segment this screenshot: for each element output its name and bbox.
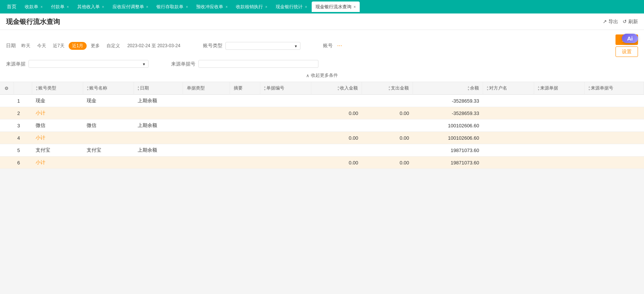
collapse-bar[interactable]: ∧ 收起更多条件 [6, 71, 638, 79]
export-button[interactable]: ↗ 导出 [603, 18, 618, 25]
cell-source-doc [534, 95, 585, 107]
col-account-type[interactable]: ▴▾账号类型 [32, 82, 83, 95]
sort-icon: ▴▾ [468, 85, 469, 91]
table-row: 2小计0.000.00-3528659.33 [0, 107, 644, 119]
cell-doc-type [183, 144, 230, 157]
nav-tab-预收冲应收单[interactable]: 预收冲应收单 × [192, 1, 231, 12]
nav-home[interactable]: 首页 [3, 3, 20, 10]
cell-expense [362, 144, 413, 157]
cell-index: 4 [14, 132, 32, 144]
collapse-label: 收起更多条件 [311, 72, 338, 79]
close-icon[interactable]: × [146, 5, 149, 9]
col-income[interactable]: ▴▾收入金额 [311, 82, 362, 95]
col-counterpart[interactable]: ▴▾对方户名 [483, 82, 534, 95]
refresh-button[interactable]: ↺ 刷新 [623, 18, 638, 25]
nav-tab-银行存取款单[interactable]: 银行存取款单 × [153, 1, 192, 12]
col-source-doc-no[interactable]: ▴▾来源单据号 [585, 82, 644, 95]
cell-account-type: 支付宝 [32, 144, 83, 157]
cell-source-doc-no [585, 157, 644, 169]
close-icon[interactable]: × [265, 5, 267, 9]
col-settings[interactable]: ⚙ [0, 82, 14, 95]
page-title: 现金银行流水查询 [6, 17, 60, 26]
top-navigation: 首页 收款单 × 付款单 × 其他收入单 × 应收应付调整单 × 银行存取款单 … [0, 0, 644, 13]
nav-tab-收款核销执行[interactable]: 收款核销执行 × [232, 1, 271, 12]
col-date[interactable]: ▴▾日期 [134, 82, 183, 95]
cell-expense: 0.00 [362, 157, 413, 169]
cell-summary [230, 144, 260, 157]
nav-tab-应收应付调整单[interactable]: 应收应付调整单 × [109, 1, 152, 12]
close-icon[interactable]: × [305, 5, 307, 9]
cell-account-name: 现金 [83, 95, 134, 107]
cell-source-doc-no [585, 144, 644, 157]
cell-account-type: 现金 [32, 95, 83, 107]
close-icon[interactable]: × [225, 5, 228, 9]
cell-doc-no [260, 119, 311, 132]
ai-badge[interactable]: Ai [622, 34, 638, 43]
nav-tab-现金银行统计[interactable]: 现金银行统计 × [272, 1, 311, 12]
cell-summary [230, 157, 260, 169]
date-btn-more[interactable]: 更多 [88, 42, 102, 50]
account-type-label: 账号类型 [203, 42, 222, 49]
cell-expense: 0.00 [362, 132, 413, 144]
cell-expense [362, 95, 413, 107]
cell-source-doc [534, 119, 585, 132]
cell-index: 3 [14, 119, 32, 132]
date-btn-today[interactable]: 今天 [35, 42, 49, 50]
col-balance[interactable]: ▴▾余额 [413, 82, 483, 95]
nav-tab-其他收入单[interactable]: 其他收入单 × [74, 1, 108, 12]
source-doc-no-input[interactable] [198, 60, 318, 68]
nav-tab-收款单[interactable]: 收款单 × [21, 1, 47, 12]
close-icon[interactable]: × [354, 5, 356, 9]
table-row: 1现金现金上期余额-3528659.33 [0, 95, 644, 107]
cell-doc-no [260, 144, 311, 157]
cell-balance: -3528659.33 [413, 95, 483, 107]
cell-account-type: 小计 [32, 157, 83, 169]
cell-summary [230, 119, 260, 132]
chevron-down-icon [143, 61, 145, 67]
col-doc-no[interactable]: ▴▾单据编号 [260, 82, 311, 95]
close-icon[interactable]: × [186, 5, 188, 9]
date-btn-7days[interactable]: 近7天 [50, 42, 67, 50]
account-type-filter-group: 账号类型 [203, 42, 300, 50]
header-actions: ↗ 导出 ↺ 刷新 [603, 18, 638, 25]
cell-checkbox [0, 107, 14, 119]
account-filter-group: 账号 ··· [323, 42, 344, 49]
sort-icon: ▴▾ [36, 85, 38, 91]
cell-account-name [83, 107, 134, 119]
close-icon[interactable]: × [41, 5, 43, 9]
settings-button[interactable]: 设置 [615, 46, 638, 57]
cell-checkbox [0, 144, 14, 157]
source-doc-filter-group: 来源单据 [6, 60, 149, 68]
col-expense[interactable]: ▴▾支出金额 [362, 82, 413, 95]
source-doc-select[interactable] [29, 60, 149, 68]
cell-balance: -3528659.33 [413, 107, 483, 119]
export-icon: ↗ [603, 19, 607, 24]
source-doc-label: 来源单据 [6, 61, 26, 67]
cell-expense [362, 119, 413, 132]
close-icon[interactable]: × [67, 5, 69, 9]
cell-date [134, 132, 183, 144]
cell-income [311, 119, 362, 132]
close-icon[interactable]: × [102, 5, 104, 9]
cell-date [134, 157, 183, 169]
col-doc-type: 单据类型 [183, 82, 230, 95]
date-btn-custom[interactable]: 自定义 [104, 42, 123, 50]
cell-counterpart [483, 119, 534, 132]
sort-icon: ▴▾ [87, 85, 89, 91]
date-btn-yesterday[interactable]: 昨天 [19, 42, 33, 50]
cell-balance: 100102606.60 [413, 132, 483, 144]
sort-icon: ▴▾ [138, 85, 139, 91]
cell-account-type: 微信 [32, 119, 83, 132]
nav-tab-付款单[interactable]: 付款单 × [47, 1, 73, 12]
col-source-doc[interactable]: ▴▾来源单据 [534, 82, 585, 95]
date-btn-1month[interactable]: 近1月 [69, 42, 87, 50]
sort-icon: ▴▾ [588, 85, 590, 91]
cell-index: 1 [14, 95, 32, 107]
col-account-name[interactable]: ▴▾账号名称 [83, 82, 134, 95]
account-type-select[interactable] [225, 42, 300, 50]
cell-summary [230, 107, 260, 119]
cell-checkbox [0, 132, 14, 144]
dots-button[interactable]: ··· [336, 42, 344, 49]
page-header: 现金银行流水查询 ↗ 导出 ↺ 刷新 [0, 13, 644, 30]
nav-tab-现金银行流水查询[interactable]: 现金银行流水查询 × [312, 1, 360, 12]
